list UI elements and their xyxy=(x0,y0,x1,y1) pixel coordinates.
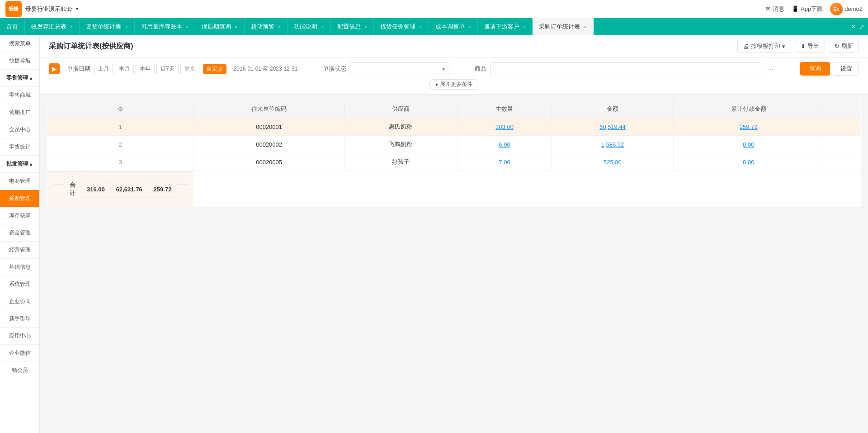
sidebar-item-appcenter[interactable]: 应用中心 xyxy=(0,328,39,345)
settings-column-icon[interactable]: ⚙ xyxy=(118,105,123,113)
printer-icon: 🖨 xyxy=(743,43,749,50)
sidebar-item-members[interactable]: 会员中心 xyxy=(0,121,39,138)
row-supplier: 好孩子 xyxy=(344,153,457,171)
row-qty[interactable]: 303.00 xyxy=(457,118,552,136)
tab-panhuo[interactable]: 拣货任务管理 × xyxy=(374,18,429,35)
settings-button[interactable]: 设置 xyxy=(834,62,859,76)
tab-chaochu[interactable]: 超储预警 × xyxy=(245,18,288,35)
row-code: 00020005 xyxy=(193,153,344,171)
message-icon: ✉ xyxy=(766,5,771,12)
logo: 畅捷 xyxy=(5,1,22,17)
row-paid[interactable]: 0.00 xyxy=(673,136,824,153)
close-icon[interactable]: × xyxy=(125,24,127,29)
app-download-btn[interactable]: 📱 App下载 xyxy=(792,5,823,13)
tab-home[interactable]: 首页 xyxy=(0,18,25,35)
message-icon-btn[interactable]: ✉ 消息 xyxy=(766,5,784,13)
print-button[interactable]: 🖨 按模板打印 ▾ xyxy=(737,40,791,52)
expand-filters-button[interactable]: ▾ 展开更多条件 xyxy=(429,79,478,90)
sidebar-item-system[interactable]: 系统管理 xyxy=(0,276,39,293)
refresh-button[interactable]: ↻ 刷新 xyxy=(829,40,859,52)
sidebar-item-inventory[interactable]: 库存核算 xyxy=(0,207,39,224)
sidebar-item-wechat[interactable]: 企业微信 xyxy=(0,345,39,362)
close-icon[interactable]: × xyxy=(235,24,237,29)
goods-filter-label: 商品 xyxy=(475,65,486,73)
goods-input[interactable] xyxy=(490,62,761,75)
sidebar-item-enterprise[interactable]: 企业协同 xyxy=(0,293,39,310)
export-button[interactable]: ⬇ 导出 xyxy=(795,40,825,52)
tab-baozhoujiancha[interactable]: 保质期查询 × xyxy=(195,18,244,35)
row-paid[interactable]: 0.00 xyxy=(673,153,824,171)
sidebar-item-finance[interactable]: 资金管理 xyxy=(0,224,39,242)
tab-peizhi[interactable]: 配置信息 × xyxy=(331,18,374,35)
row-qty[interactable]: 6.00 xyxy=(457,136,552,153)
sidebar-item-nav[interactable]: 快捷导航 xyxy=(0,52,39,70)
close-icon[interactable]: × xyxy=(70,24,73,29)
row-num: 2 xyxy=(47,136,194,153)
window-close-button[interactable]: × xyxy=(851,23,855,30)
sidebar-item-marketing[interactable]: 营销推广 xyxy=(0,104,39,121)
close-icon[interactable]: × xyxy=(364,24,367,29)
th-extra xyxy=(824,100,861,118)
date-shortcut-7days[interactable]: 近7天 xyxy=(156,64,179,74)
row-qty[interactable]: 7.00 xyxy=(457,153,552,171)
sidebar-item-retail-store[interactable]: 零售商城 xyxy=(0,87,39,104)
sidebar-section-retail[interactable]: 零售管理 ▲ xyxy=(0,70,39,87)
workspace-selector[interactable]: 母婴行业演示账套 ▾ xyxy=(25,5,78,13)
status-select[interactable]: ▾ xyxy=(350,62,449,75)
sidebar: 搜索菜单 快捷导航 零售管理 ▲ 零售商城 营销推广 会员中心 零售统计 批发管… xyxy=(0,35,40,433)
sidebar-item-member2[interactable]: 畅会员 xyxy=(0,362,39,379)
close-icon[interactable]: × xyxy=(419,24,422,29)
row-amount[interactable]: 60,519.44 xyxy=(552,118,673,136)
data-table: ⚙ 往来单位编码 供应商 主数量 金额 xyxy=(47,100,861,207)
more-filters-icon[interactable]: ··· xyxy=(765,64,775,74)
tab-yaohuodantongji[interactable]: 要货单统计表 × xyxy=(80,18,134,35)
sidebar-item-basic[interactable]: 基础信息 xyxy=(0,259,39,276)
th-qty: 主数量 xyxy=(457,100,552,118)
sidebar-section-wholesale[interactable]: 批发管理 ▲ xyxy=(0,156,39,173)
filter-row-1: ▶ 单据日期 上月 本月 本年 近7天 更多 自定义 2016-01-01 xyxy=(49,62,859,76)
sidebar-item-ecommerce[interactable]: 电商管理 xyxy=(0,173,39,190)
window-maximize-button[interactable]: ⤢ xyxy=(859,23,864,30)
sidebar-item-purchase[interactable]: 采购管理 xyxy=(0,190,39,207)
close-icon[interactable]: × xyxy=(584,24,586,29)
expand-row: ▾ 展开更多条件 xyxy=(49,79,859,90)
chevron-up-icon: ▲ xyxy=(29,76,33,81)
close-icon[interactable]: × xyxy=(321,24,324,29)
close-icon[interactable]: × xyxy=(278,24,281,29)
query-button[interactable]: 查询 xyxy=(800,62,830,76)
footer-qty: 316.00 xyxy=(81,181,111,198)
date-shortcut-last-month[interactable]: 上月 xyxy=(94,64,113,74)
date-shortcut-this-year[interactable]: 本年 xyxy=(136,64,155,74)
th-supplier: 供应商 xyxy=(344,100,457,118)
tab-shoufakaizong[interactable]: 收发存汇总表 × xyxy=(25,18,80,35)
tab-keyongliangsun[interactable]: 可用量库存账本 × xyxy=(135,18,195,35)
sidebar-item-newguide[interactable]: 新手引导 xyxy=(0,310,39,328)
sidebar-item-operations[interactable]: 经营管理 xyxy=(0,242,39,259)
chevron-down-icon: ▾ xyxy=(782,43,785,50)
nav-tabs-right: × ⤢ xyxy=(848,18,868,35)
user-profile[interactable]: Ea demo2 xyxy=(830,3,863,15)
date-shortcuts: 上月 本月 本年 近7天 更多 xyxy=(94,64,199,74)
tab-caigoudantongjibiao[interactable]: 采购订单统计表 × xyxy=(533,18,593,35)
table-wrap: ⚙ 往来单位编码 供应商 主数量 金额 xyxy=(40,95,868,433)
close-icon[interactable]: × xyxy=(468,24,471,29)
sidebar-item-retail-stats[interactable]: 零售统计 xyxy=(0,138,39,156)
row-supplier: 飞鹤奶粉 xyxy=(344,136,457,153)
close-icon[interactable]: × xyxy=(186,24,189,29)
sidebar-item-search[interactable]: 搜索菜单 xyxy=(0,35,39,52)
phone-icon: 📱 xyxy=(792,5,799,12)
filter-toggle-button[interactable]: ▶ xyxy=(49,63,60,74)
chevron-up-icon: ▲ xyxy=(29,162,33,167)
row-amount[interactable]: 1,586.52 xyxy=(552,136,673,153)
tab-chengbentiaozhen[interactable]: 成本调整单 × xyxy=(429,18,478,35)
goods-filter-group: 商品 ··· xyxy=(475,62,793,75)
row-extra xyxy=(824,136,861,153)
row-paid[interactable]: 259.72 xyxy=(673,118,824,136)
row-amount[interactable]: 525.80 xyxy=(552,153,673,171)
date-shortcut-this-month[interactable]: 本月 xyxy=(115,64,134,74)
tab-yaoqingxiayouke[interactable]: 邀请下游客户 × xyxy=(478,18,533,35)
tab-gongnengshuo[interactable]: 功能说明 × xyxy=(288,18,330,35)
date-shortcut-more[interactable]: 更多 xyxy=(180,64,199,74)
top-bar-right: ✉ 消息 📱 App下载 Ea demo2 xyxy=(766,3,863,15)
close-icon[interactable]: × xyxy=(523,24,526,29)
